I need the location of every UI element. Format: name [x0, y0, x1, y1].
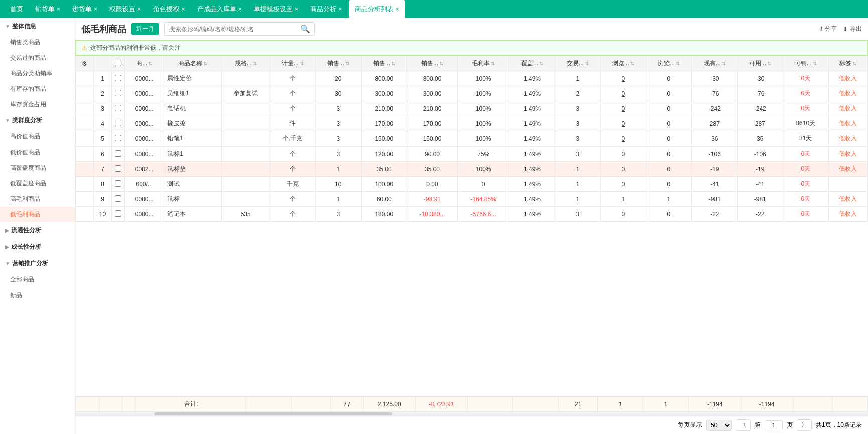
time-filter-button[interactable]: 近一月 — [131, 23, 159, 35]
sidebar-item-stock-capital[interactable]: 库存资金占用 — [0, 97, 75, 112]
nav-item-goods-analysis[interactable]: 商品分析 × — [304, 0, 348, 18]
row-available: -30 — [737, 71, 783, 86]
row-browse1[interactable]: 0 — [600, 207, 646, 222]
nav-item-template[interactable]: 单据模板设置 × — [248, 0, 304, 18]
row-checkbox-cell[interactable] — [112, 147, 125, 162]
sidebar-item-low-value[interactable]: 低价值商品 — [0, 144, 75, 160]
sidebar-item-all-goods[interactable]: 全部商品 — [0, 272, 75, 287]
row-checkbox-cell[interactable] — [112, 101, 125, 116]
row-checkbox-cell[interactable] — [112, 131, 125, 147]
row-checkbox[interactable] — [115, 90, 121, 96]
sidebar-item-new-goods[interactable]: 新品 — [0, 287, 75, 303]
select-all-checkbox[interactable] — [115, 60, 121, 66]
row-checkbox[interactable] — [115, 135, 121, 141]
row-browse1[interactable]: 0 — [600, 162, 646, 177]
sidebar-item-low-coverage[interactable]: 低覆盖度商品 — [0, 176, 75, 191]
next-page-button[interactable]: 〉 — [797, 419, 812, 431]
page-number-input[interactable] — [765, 420, 783, 430]
sidebar-item-high-coverage[interactable]: 高覆盖度商品 — [0, 160, 75, 176]
row-checkbox-cell[interactable] — [112, 86, 125, 101]
row-num: 9 — [94, 192, 112, 207]
content-header: 低毛利商品 近一月 🔍 ⤴ 分享 ⬇ 导出 — [75, 18, 868, 40]
table-row: 7 0002... 鼠标垫 个 1 35.00 35.00 100% 1.49%… — [76, 162, 868, 177]
row-browse1[interactable]: 0 — [600, 101, 646, 116]
row-browse1[interactable]: 0 — [600, 71, 646, 86]
row-available: -22 — [737, 207, 783, 222]
row-num: 3 — [94, 101, 112, 116]
row-sale-profit: 800.00 — [407, 71, 458, 86]
row-name: 属性定价 — [164, 71, 221, 86]
row-trade: 2 — [555, 86, 600, 101]
per-page-select[interactable]: 50 100 200 — [706, 420, 732, 431]
nav-item-home[interactable]: 首页 — [4, 0, 29, 18]
row-saleable: 0天 — [783, 177, 828, 192]
row-sale-qty: 3 — [315, 147, 361, 162]
row-checkbox[interactable] — [115, 75, 121, 81]
row-checkbox[interactable] — [115, 105, 121, 111]
settings-icon[interactable]: ⚙ — [82, 60, 87, 67]
row-unit: 个 — [270, 147, 315, 162]
scrollbar-thumb[interactable] — [154, 412, 392, 415]
row-coverage: 1.49% — [509, 131, 555, 147]
row-checkbox-cell[interactable] — [112, 71, 125, 86]
nav-item-product-entry[interactable]: 产成品入库单 × — [191, 0, 248, 18]
row-checkbox-cell[interactable] — [112, 192, 125, 207]
col-header-checkbox[interactable] — [112, 56, 125, 71]
search-icon[interactable]: 🔍 — [300, 24, 310, 34]
row-checkbox-cell[interactable] — [112, 162, 125, 177]
sidebar-group-cluster[interactable]: ▼ 类群度分析 — [0, 112, 75, 129]
row-checkbox-cell[interactable] — [112, 116, 125, 131]
sidebar-group-growth[interactable]: ▶ 成长性分析 — [0, 239, 75, 255]
sidebar-group-label-cluster: 类群度分析 — [12, 116, 42, 125]
row-available: 36 — [737, 131, 783, 147]
sidebar-group-marketing[interactable]: ▼ 营销推广分析 — [0, 255, 75, 272]
row-browse1[interactable]: 0 — [600, 131, 646, 147]
row-spec — [221, 101, 270, 116]
export-button[interactable]: ⬇ 导出 — [843, 25, 862, 33]
alert-icon: ⚠ — [82, 45, 87, 52]
col-header-settings[interactable]: ⚙ — [76, 56, 94, 71]
nav-item-goods-analysis-list[interactable]: 商品分析列表 × — [349, 0, 405, 18]
nav-item-sales[interactable]: 销货单 × — [29, 0, 66, 18]
row-browse2: 0 — [646, 162, 691, 177]
sidebar-item-in-stock[interactable]: 有库存的商品 — [0, 81, 75, 97]
row-browse1[interactable]: 0 — [600, 116, 646, 131]
sidebar-item-category-assist[interactable]: 商品分类助销率 — [0, 66, 75, 81]
row-checkbox-cell[interactable] — [112, 207, 125, 222]
footer-available: -1194 — [741, 397, 793, 412]
nav-item-purchase[interactable]: 进货单 × — [66, 0, 103, 18]
row-checkbox[interactable] — [115, 180, 121, 187]
row-sale-amount: 170.00 — [361, 116, 407, 131]
sidebar-item-high-value[interactable]: 高价值商品 — [0, 129, 75, 144]
sidebar-item-high-margin[interactable]: 高毛利商品 — [0, 191, 75, 207]
prev-page-button[interactable]: 〈 — [736, 419, 751, 431]
arrow-icon-4: ▶ — [5, 244, 9, 250]
sidebar-item-sales-goods[interactable]: 销售类商品 — [0, 35, 75, 50]
row-checkbox[interactable] — [115, 120, 121, 126]
row-saleable: 0天 — [783, 162, 828, 177]
sidebar-item-traded-goods[interactable]: 交易过的商品 — [0, 50, 75, 66]
row-saleable: 0天 — [783, 147, 828, 162]
share-button[interactable]: ⤴ 分享 — [820, 25, 837, 33]
row-sale-amount: 210.00 — [361, 101, 407, 116]
row-checkbox[interactable] — [115, 210, 121, 217]
sidebar-item-low-margin[interactable]: 低毛利商品 — [0, 207, 75, 222]
nav-item-permissions[interactable]: 权限设置 × — [103, 0, 147, 18]
row-available: -242 — [737, 101, 783, 116]
row-checkbox-cell[interactable] — [112, 177, 125, 192]
row-browse1[interactable]: 0 — [600, 177, 646, 192]
row-browse1[interactable]: 0 — [600, 86, 646, 101]
search-input[interactable] — [169, 26, 300, 33]
row-checkbox[interactable] — [115, 195, 121, 202]
nav-item-roles[interactable]: 角色授权 × — [147, 0, 191, 18]
sidebar-group-liquidity[interactable]: ▶ 流通性分析 — [0, 222, 75, 239]
sidebar-group-overall[interactable]: ▼ 整体信息 — [0, 18, 75, 35]
row-checkbox[interactable] — [115, 150, 121, 157]
row-checkbox[interactable] — [115, 165, 121, 172]
top-nav: 首页 销货单 × 进货单 × 权限设置 × 角色授权 × 产成品入库单 × 单据… — [0, 0, 868, 18]
horizontal-scrollbar[interactable] — [75, 412, 868, 416]
row-current: -19 — [691, 162, 737, 177]
row-browse1[interactable]: 1 — [600, 192, 646, 207]
row-gross-margin: 100% — [458, 162, 509, 177]
row-browse1[interactable]: 0 — [600, 147, 646, 162]
